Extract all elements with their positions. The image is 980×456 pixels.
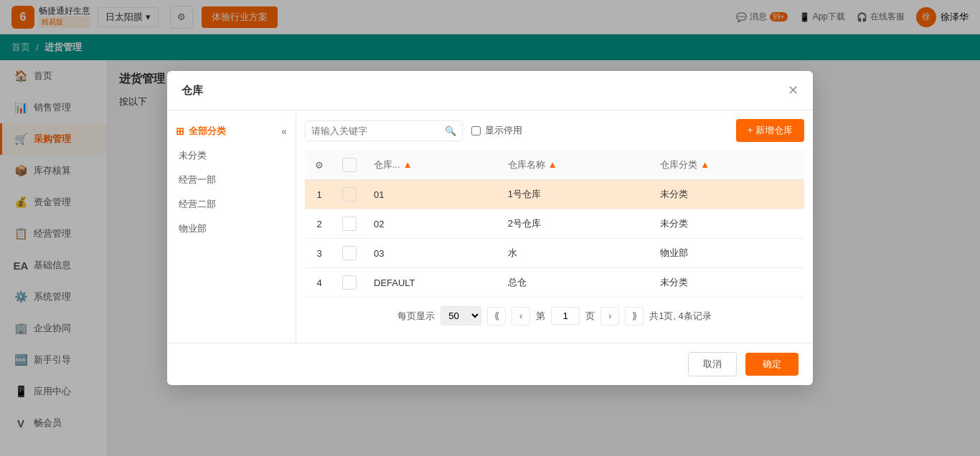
sort-cat-icon: ▲ (700, 159, 710, 170)
row-num-2: 2 (305, 209, 334, 239)
table-panel: 🔍 显示停用 + 新增仓库 ⚙ (296, 110, 813, 343)
category-item-ops2[interactable]: 经营二部 (167, 192, 296, 217)
row-category-1: 未分类 (651, 180, 804, 209)
row-check-2[interactable] (334, 209, 365, 239)
category-item-ops1[interactable]: 经营一部 (167, 168, 296, 192)
category-panel: ⊞ 全部分类 « 未分类 经营一部 经营二部 物业部 (167, 110, 296, 343)
col-checkbox (334, 151, 365, 180)
row-name-4: 总仓 (499, 268, 652, 298)
row-code-2: 02 (365, 209, 499, 239)
pagination: 每页显示 50 100 ⟪ ‹ 第 页 › ⟫ 共1页, 4条记录 (305, 298, 804, 334)
first-page-button[interactable]: ⟪ (487, 307, 506, 326)
col-name: 仓库名称▲ (499, 151, 652, 180)
table-row[interactable]: 2 02 2号仓库 未分类 (305, 209, 804, 239)
row-code-1: 01 (365, 180, 499, 209)
dialog-footer: 取消 确定 (167, 343, 813, 385)
row-name-3: 水 (499, 239, 652, 268)
all-categories-item[interactable]: ⊞ 全部分类 « (167, 119, 296, 143)
row-check-4[interactable] (334, 268, 365, 298)
table-container: ⚙ 仓库...▲ 仓库名称▲ 仓库分类▲ (305, 151, 804, 298)
dialog-close-button[interactable]: ✕ (788, 82, 798, 98)
row-category-2: 未分类 (651, 209, 804, 239)
row-code-4: DEFAULT (365, 268, 499, 298)
row-category-3: 物业部 (651, 239, 804, 268)
warehouse-dialog: 仓库 ✕ ⊞ 全部分类 « 未分类 经营一部 经营二部 物业部 (167, 71, 813, 385)
category-item-property[interactable]: 物业部 (167, 217, 296, 241)
cancel-button[interactable]: 取消 (688, 352, 737, 376)
page-unit: 页 (585, 310, 595, 323)
all-categories-label: 全部分类 (189, 125, 226, 138)
category-item-unclassified[interactable]: 未分类 (167, 143, 296, 168)
table-toolbar: 🔍 显示停用 + 新增仓库 (305, 119, 804, 142)
add-warehouse-button[interactable]: + 新增仓库 (736, 119, 804, 142)
table-row[interactable]: 3 03 水 物业部 (305, 239, 804, 268)
col-settings: ⚙ (305, 151, 334, 180)
search-input[interactable] (306, 121, 439, 141)
search-icon[interactable]: 🔍 (439, 121, 462, 141)
table-row[interactable]: 1 01 1号仓库 未分类 (305, 180, 804, 209)
dialog-title: 仓库 (182, 84, 203, 98)
overlay: 仓库 ✕ ⊞ 全部分类 « 未分类 经营一部 经营二部 物业部 (0, 0, 980, 456)
dialog-body: ⊞ 全部分类 « 未分类 经营一部 经营二部 物业部 🔍 (167, 110, 813, 343)
table-body: 1 01 1号仓库 未分类 2 02 2号仓库 (305, 180, 804, 298)
sort-code-icon: ▲ (403, 159, 413, 170)
page-number-input[interactable] (551, 307, 580, 325)
row-num-1: 1 (305, 180, 334, 209)
show-disabled-checkbox[interactable] (471, 126, 481, 136)
row-code-3: 03 (365, 239, 499, 268)
col-category: 仓库分类▲ (651, 151, 804, 180)
row-num-3: 3 (305, 239, 334, 268)
row-name-1: 1号仓库 (499, 180, 652, 209)
row-category-4: 未分类 (651, 268, 804, 298)
table-header: ⚙ 仓库...▲ 仓库名称▲ 仓库分类▲ (305, 151, 804, 180)
row-check-1[interactable] (334, 180, 365, 209)
confirm-button[interactable]: 确定 (745, 353, 798, 376)
last-page-button[interactable]: ⟫ (625, 307, 644, 326)
row-check-3[interactable] (334, 239, 365, 268)
prev-page-button[interactable]: ‹ (512, 307, 530, 326)
warehouse-table: ⚙ 仓库...▲ 仓库名称▲ 仓库分类▲ (305, 151, 804, 298)
total-info: 共1页, 4条记录 (649, 310, 712, 323)
sort-name-icon: ▲ (548, 159, 557, 170)
show-disabled-label: 显示停用 (485, 124, 522, 137)
per-page-label: 每页显示 (397, 310, 435, 323)
dialog-header: 仓库 ✕ (167, 71, 813, 110)
table-row[interactable]: 4 DEFAULT 总仓 未分类 (305, 268, 804, 298)
search-box: 🔍 (305, 120, 463, 141)
show-disabled-option[interactable]: 显示停用 (471, 124, 522, 137)
per-page-select[interactable]: 50 100 (440, 306, 481, 326)
next-page-button[interactable]: › (600, 307, 619, 326)
col-code: 仓库...▲ (365, 151, 499, 180)
row-name-2: 2号仓库 (499, 209, 652, 239)
page-num-label: 第 (536, 310, 545, 323)
row-num-4: 4 (305, 268, 334, 298)
collapse-button[interactable]: « (281, 125, 287, 137)
grid-icon: ⊞ (176, 125, 184, 137)
